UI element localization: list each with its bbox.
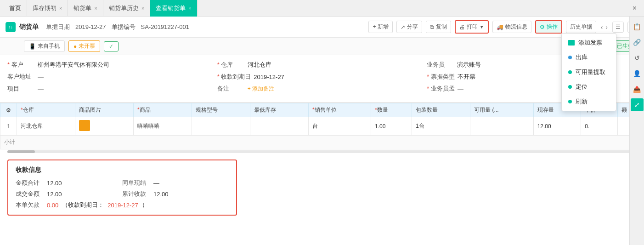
date-label: 单据日期 bbox=[46, 23, 70, 31]
list-view-button[interactable]: ☰ bbox=[612, 22, 624, 33]
next-arrow[interactable]: › bbox=[604, 23, 609, 31]
doc-title-area: ↑↓ 销货单 bbox=[6, 22, 39, 32]
customer-value: 柳州粤港平安气体有限公司 bbox=[38, 61, 109, 69]
outbound-icon bbox=[568, 56, 572, 59]
subtotal-label: 小计 bbox=[0, 136, 644, 149]
operations-button[interactable]: ⚙ 操作 bbox=[535, 20, 562, 34]
number-value: SA-20191227-001 bbox=[141, 23, 190, 30]
global-close-button[interactable]: × bbox=[629, 4, 640, 12]
sales-table: ⚙ *仓库 商品图片 *商品 规格型号 最低库存 *销售单位 *数量 包装数量 … bbox=[0, 103, 644, 149]
transaction-amount-value: 12.00 bbox=[47, 191, 62, 198]
scroll-track[interactable] bbox=[7, 150, 637, 153]
row-pkg-qty: 1台 bbox=[412, 117, 470, 136]
available-qty-item[interactable]: 可用量提取 bbox=[562, 65, 616, 80]
locate-item[interactable]: 定位 bbox=[562, 80, 616, 94]
col-warehouse: *仓库 bbox=[17, 103, 75, 117]
locate-icon bbox=[568, 85, 572, 89]
same-order-settle-value: — bbox=[153, 180, 159, 187]
tab-view-sales[interactable]: 查看销货单 × bbox=[150, 0, 197, 17]
tab-home[interactable]: 首页 bbox=[4, 0, 27, 17]
toolbar: + 新增 ↗ 分享 ⧉ 复制 🖨 打印 ▼ 🚚 物流信息 bbox=[368, 20, 638, 34]
transaction-amount-item: 成交金额 12.00 bbox=[16, 190, 122, 198]
number-label: 单据编号 bbox=[112, 23, 136, 31]
row-num: 1 bbox=[0, 117, 17, 136]
sidebar-icon-2[interactable]: 🔗 bbox=[631, 36, 644, 49]
payment-title: 收款信息 bbox=[16, 166, 229, 174]
row-spec bbox=[192, 117, 250, 136]
check-button[interactable]: ✓ bbox=[104, 41, 119, 51]
form-row-3: 项目 — 备注 + 添加备注 业务员孟 — bbox=[7, 85, 637, 93]
tab-inventory-start[interactable]: 库存期初 × bbox=[27, 0, 68, 17]
transaction-amount-label: 成交金额 bbox=[16, 190, 43, 198]
add-invoice-icon bbox=[568, 40, 575, 46]
row-min-stock bbox=[250, 117, 308, 136]
note-field: 备注 + 添加备注 bbox=[217, 85, 427, 93]
sidebar-icon-4[interactable]: 👤 bbox=[631, 67, 644, 80]
invoice-type-label: 票据类型 bbox=[427, 73, 455, 81]
add-invoice-item[interactable]: 添加发票 bbox=[562, 35, 616, 50]
copy-button[interactable]: ⧉ 复制 bbox=[426, 21, 451, 33]
print-button[interactable]: 🖨 打印 ▼ bbox=[455, 20, 489, 34]
sales-order-icon: ↑↓ bbox=[6, 22, 16, 32]
tab-inventory-start-close[interactable]: × bbox=[59, 6, 62, 11]
history-button[interactable]: 历史单据 bbox=[566, 21, 596, 33]
tab-view-sales-close[interactable]: × bbox=[188, 6, 191, 11]
due-date: 2019-12-27 bbox=[107, 202, 138, 209]
col-settings: ⚙ bbox=[0, 103, 17, 117]
row-quantity: 1.00 bbox=[371, 117, 412, 136]
col-quantity: *数量 bbox=[371, 103, 412, 117]
invoice-type-value: 不开票 bbox=[458, 73, 475, 81]
refresh-item[interactable]: 刷新 bbox=[562, 94, 616, 109]
table-row: 1 河北仓库 嘻嘻嘻嘻 台 1.00 1台 12.00 0. bbox=[0, 117, 644, 136]
row-product: 嘻嘻嘻嘻 bbox=[133, 117, 192, 136]
same-order-settle-item: 同单现结 — bbox=[122, 179, 229, 187]
scroll-thumb[interactable] bbox=[7, 150, 35, 153]
total-amount-label: 金额合计 bbox=[16, 179, 43, 187]
sidebar-icon-5[interactable]: 📤 bbox=[631, 83, 644, 96]
staff2-label: 业务员孟 bbox=[427, 85, 455, 93]
tab-bar: 首页 库存期初 × 销货单 × 销货单历史 × 查看销货单 × × bbox=[0, 0, 644, 17]
main-content: ↑↓ 销货单 单据日期 2019-12-27 单据编号 SA-20191227-… bbox=[0, 17, 644, 245]
row-current-stock: 12.00 bbox=[533, 117, 581, 136]
payment-date-label: 收款到期日 bbox=[217, 73, 251, 81]
due-note: （收款到期日： bbox=[62, 201, 104, 209]
outbound-item[interactable]: 出库 bbox=[562, 50, 616, 65]
logistics-button[interactable]: 🚚 物流信息 bbox=[492, 21, 531, 33]
sidebar-icon-1[interactable]: 📋 bbox=[631, 20, 644, 33]
warehouse-label: 仓库 bbox=[217, 61, 245, 69]
total-amount-item: 金额合计 12.00 bbox=[16, 179, 122, 187]
col-product-img: 商品图片 bbox=[75, 103, 133, 117]
this-order-due-item: 本单欠款 0.00 （收款到期日： 2019-12-27 ） bbox=[16, 201, 229, 209]
subtotal-row: 小计 bbox=[0, 136, 644, 149]
col-available: 可用量 (... bbox=[470, 103, 533, 117]
refresh-icon bbox=[568, 100, 572, 103]
from-mobile-button[interactable]: 📱 来自手机 bbox=[24, 40, 65, 52]
status-row: 📱 来自手机 ● 未开票 ✓ ✓ 已核销 ✓ 已生效 bbox=[0, 38, 644, 55]
tab-sales-order[interactable]: 销货单 × bbox=[68, 0, 103, 17]
this-order-due-label: 本单欠款 bbox=[16, 201, 43, 209]
add-note-button[interactable]: + 添加备注 bbox=[248, 85, 274, 93]
row-sales-unit: 台 bbox=[308, 117, 371, 136]
sidebar-icon-3[interactable]: ↺ bbox=[631, 51, 644, 64]
table-header-row: ⚙ *仓库 商品图片 *商品 规格型号 最低库存 *销售单位 *数量 包装数量 … bbox=[0, 103, 644, 117]
prev-arrow[interactable]: ‹ bbox=[600, 23, 604, 31]
cumulative-receipt-value: 12.00 bbox=[153, 191, 169, 198]
operations-dropdown: 添加发票 出库 可用量提取 定位 刷新 bbox=[561, 33, 616, 111]
this-order-due-value: 0.00 bbox=[47, 202, 58, 209]
not-open-button[interactable]: ● 未开票 bbox=[68, 40, 100, 52]
due-note-end: ） bbox=[142, 201, 148, 209]
add-button[interactable]: + 新增 bbox=[368, 21, 392, 33]
col-sales-unit: *销售单位 bbox=[308, 103, 371, 117]
col-spec: 规格型号 bbox=[192, 103, 250, 117]
table-wrapper: ⚙ *仓库 商品图片 *商品 规格型号 最低库存 *销售单位 *数量 包装数量 … bbox=[0, 103, 644, 154]
payment-section: 收款信息 金额合计 12.00 同单现结 — 成交金额 12.00 累计收款 1… bbox=[7, 160, 237, 216]
warehouse-field: 仓库 河北仓库 bbox=[217, 61, 427, 69]
project-value: — bbox=[38, 85, 44, 92]
customer-field: 客户 柳州粤港平安气体有限公司 bbox=[7, 61, 217, 69]
share-button[interactable]: ↗ 分享 bbox=[396, 21, 422, 33]
row-warehouse: 河北仓库 bbox=[17, 117, 75, 136]
tab-sales-history-close[interactable]: × bbox=[141, 6, 144, 11]
sidebar-icon-6[interactable]: ⤢ bbox=[631, 98, 644, 111]
tab-sales-history[interactable]: 销货单历史 × bbox=[103, 0, 150, 17]
tab-sales-order-close[interactable]: × bbox=[94, 6, 97, 11]
